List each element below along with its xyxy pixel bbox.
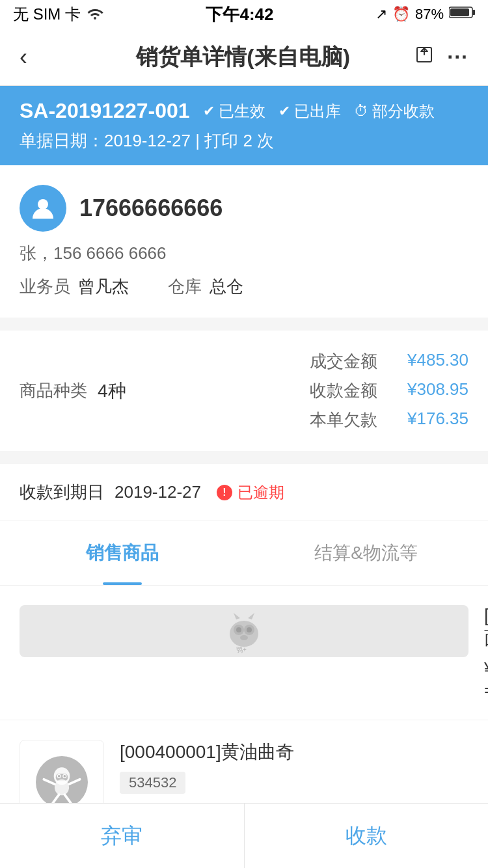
warehouse: 仓库 总仓 — [168, 275, 243, 298]
financial-summary: 成交金额 ¥485.30 收款金额 ¥308.95 本单欠款 ¥176.35 — [310, 350, 468, 431]
status-partial: ⏱ 部分收款 — [354, 101, 435, 122]
sales-person: 业务员 曾凡杰 — [20, 275, 129, 298]
page-title: 销货单详情(来自电脑) — [136, 42, 350, 72]
overdue-text: 已逾期 — [237, 482, 284, 503]
due-date-section: 收款到期日 2019-12-27 ! 已逾期 — [0, 464, 488, 521]
location-icon: ↗ — [375, 6, 387, 23]
svg-rect-1 — [472, 10, 475, 15]
status-shipped: ✔ 已出库 — [278, 101, 341, 122]
battery-text: 87% — [415, 6, 444, 23]
svg-text:鸮+: 鸮+ — [236, 646, 247, 653]
summary-section: 商品种类 4种 成交金额 ¥485.30 收款金额 ¥308.95 本单欠款 ¥… — [0, 331, 488, 451]
product-sku: 534532 — [120, 772, 185, 794]
customer-section: 17666666666 张，156 6666 6666 业务员 曾凡杰 仓库 总… — [0, 165, 488, 318]
svg-point-9 — [247, 627, 252, 632]
due-date-value: 2019-12-27 — [115, 482, 201, 502]
alarm-icon: ⏰ — [392, 6, 410, 23]
due-date-label: 收款到期日 — [20, 481, 104, 504]
debt-value: ¥176.35 — [390, 409, 468, 431]
overdue-badge: ! 已逾期 — [217, 482, 284, 503]
cancel-button[interactable]: 弃审 — [0, 804, 245, 868]
amount-value: ¥485.30 — [390, 350, 468, 373]
carrier-text: 无 SIM 卡 — [13, 4, 81, 25]
product-image-1: 鸮+ — [20, 605, 468, 657]
nav-left: ‹ — [20, 44, 72, 71]
debt-label: 本单欠款 — [310, 409, 377, 431]
debt-row: 本单欠款 ¥176.35 — [310, 409, 468, 431]
svg-point-20 — [63, 775, 66, 778]
nav-right: ··· — [414, 45, 468, 69]
product-name-1: [0000002]面包 — [484, 605, 488, 651]
amount-row: 成交金额 ¥485.30 — [310, 350, 468, 373]
product-info-1: [0000002]面包 ¥40 x 5袋 = ¥199.99 — [484, 605, 488, 700]
order-id: SA-20191227-001 — [20, 99, 190, 123]
tab-sales-products[interactable]: 销售商品 — [0, 521, 244, 585]
svg-point-5 — [230, 621, 258, 647]
check-icon-2: ✔ — [278, 103, 290, 120]
confirm-button[interactable]: 收款 — [245, 804, 489, 868]
order-header: SA-20191227-001 ✔ 已生效 ✔ 已出库 ⏱ 部分收款 单据日期：… — [0, 86, 488, 165]
share-icon[interactable] — [414, 45, 434, 69]
bottom-actions: 弃审 收款 — [0, 803, 488, 868]
battery-icon — [449, 6, 475, 23]
received-value: ¥308.95 — [390, 379, 468, 402]
nav-bar: ‹ 销货单详情(来自电脑) ··· — [0, 29, 488, 86]
overdue-dot-icon: ! — [217, 485, 232, 500]
status-time: 下午4:42 — [206, 3, 273, 26]
order-date: 单据日期：2019-12-27 | 打印 2 次 — [20, 129, 468, 152]
svg-point-21 — [55, 780, 69, 796]
product-price-1: ¥40 x 5袋 = ¥199.99 — [484, 657, 488, 700]
svg-point-4 — [38, 199, 48, 210]
customer-phone: 17666666666 — [79, 195, 223, 222]
status-effective: ✔ 已生效 — [203, 101, 265, 122]
product-item: 鸮+ [0000002]面包 ¥40 x 5袋 = ¥199.99 — [0, 586, 488, 720]
tabs-section: 销售商品 结算&物流等 — [0, 521, 488, 586]
clock-icon: ⏱ — [354, 103, 368, 120]
amount-label: 成交金额 — [310, 350, 377, 373]
status-bar: 无 SIM 卡 下午4:42 ↗ ⏰ 87% — [0, 0, 488, 29]
product-types-value: 4种 — [98, 379, 126, 403]
more-icon[interactable]: ··· — [447, 45, 468, 69]
svg-marker-11 — [234, 613, 240, 619]
check-icon-1: ✔ — [203, 103, 215, 120]
customer-meta: 业务员 曾凡杰 仓库 总仓 — [20, 275, 468, 298]
tabs: 销售商品 结算&物流等 — [0, 521, 488, 586]
received-label: 收款金额 — [310, 379, 377, 402]
status-left: 无 SIM 卡 — [13, 4, 104, 25]
svg-rect-2 — [450, 8, 469, 16]
product-types: 商品种类 4种 — [20, 350, 126, 431]
product-types-label: 商品种类 — [20, 379, 87, 402]
status-right: ↗ ⏰ 87% — [375, 6, 475, 23]
svg-point-8 — [236, 627, 241, 632]
customer-name: 张，156 6666 6666 — [20, 242, 468, 265]
wifi-icon — [86, 5, 104, 23]
product-name-2: [000400001]黄油曲奇 — [120, 740, 468, 765]
tab-settlement[interactable]: 结算&物流等 — [244, 521, 488, 585]
received-row: 收款金额 ¥308.95 — [310, 379, 468, 402]
svg-marker-12 — [248, 613, 254, 619]
avatar — [20, 185, 66, 232]
back-button[interactable]: ‹ — [20, 44, 27, 71]
svg-point-10 — [240, 635, 248, 640]
svg-point-19 — [58, 775, 61, 778]
